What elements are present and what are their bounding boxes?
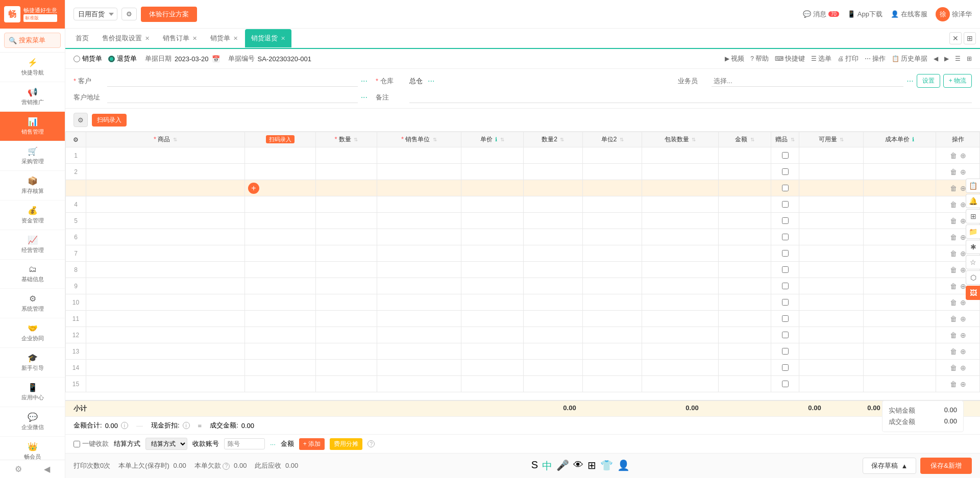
row-available-8[interactable] bbox=[799, 262, 864, 278]
copy-row-icon-11[interactable]: ⊕ bbox=[960, 315, 966, 323]
row-price-6[interactable] bbox=[461, 229, 523, 245]
tab-sales-delivery[interactable]: 销货单 ✕ bbox=[204, 29, 244, 47]
row-amount-10[interactable] bbox=[718, 294, 771, 311]
gift-checkbox-2[interactable] bbox=[782, 168, 789, 175]
search-menu-button[interactable]: 🔍 搜索菜单 bbox=[4, 33, 61, 48]
topbar-settings-btn[interactable]: ⚙ bbox=[121, 8, 137, 20]
row-qty2-2[interactable] bbox=[523, 164, 582, 180]
row-price-1[interactable] bbox=[461, 147, 523, 164]
row-unit2-2[interactable] bbox=[582, 164, 642, 180]
tabs-close-all-btn[interactable]: ✕ bbox=[949, 32, 962, 44]
row-price-15[interactable] bbox=[461, 376, 523, 392]
quick-btn-3[interactable]: ⊞ bbox=[966, 209, 980, 223]
row-price-3[interactable] bbox=[461, 180, 523, 196]
save-new-btn[interactable]: 保存&新增 bbox=[920, 458, 972, 474]
gift-checkbox-3[interactable] bbox=[782, 185, 789, 191]
one-click-payment-input[interactable] bbox=[74, 441, 80, 447]
row-available-10[interactable] bbox=[799, 294, 864, 311]
row-product-13[interactable] bbox=[86, 343, 245, 360]
row-costprice-15[interactable] bbox=[864, 376, 936, 392]
tab-home[interactable]: 首页 bbox=[69, 29, 95, 47]
row-available-3[interactable] bbox=[799, 180, 864, 196]
row-qty-1[interactable] bbox=[316, 147, 377, 164]
quick-btn-4[interactable]: 📁 bbox=[966, 224, 980, 239]
row-unit-7[interactable] bbox=[377, 245, 461, 262]
table-settings-btn[interactable]: ⚙ bbox=[74, 113, 88, 127]
row-product-2[interactable] bbox=[86, 164, 245, 180]
copy-row-icon-1[interactable]: ⊕ bbox=[960, 152, 966, 160]
row-packqty-7[interactable] bbox=[642, 245, 718, 262]
row-scan-3[interactable]: + bbox=[244, 180, 315, 196]
row-scan-12[interactable] bbox=[244, 327, 315, 343]
row-amount-7[interactable] bbox=[718, 245, 771, 262]
row-unit2-15[interactable] bbox=[582, 376, 642, 392]
copy-row-icon-12[interactable]: ⊕ bbox=[960, 331, 966, 339]
row-scan-15[interactable] bbox=[244, 376, 315, 392]
row-available-5[interactable] bbox=[799, 213, 864, 229]
row-scan-4[interactable] bbox=[244, 196, 315, 213]
sidebar-settings-btn[interactable]: ⚙ bbox=[15, 464, 22, 474]
row-gift-6[interactable] bbox=[771, 229, 799, 245]
row-gift-9[interactable] bbox=[771, 278, 799, 294]
row-gift-2[interactable] bbox=[771, 164, 799, 180]
quick-btn-1[interactable]: 📋 bbox=[966, 179, 980, 193]
sidebar-item-newbie[interactable]: 🎓 新手引导 bbox=[0, 348, 65, 378]
tabs-grid-btn[interactable]: ⊞ bbox=[964, 32, 976, 44]
row-scan-14[interactable] bbox=[244, 360, 315, 376]
row-costprice-5[interactable] bbox=[864, 213, 936, 229]
bottom-icon-6[interactable]: 👕 bbox=[600, 459, 613, 473]
split-info-icon[interactable]: ? bbox=[368, 440, 375, 447]
row-gift-3[interactable] bbox=[771, 180, 799, 196]
row-scan-13[interactable] bbox=[244, 343, 315, 360]
row-qty-11[interactable] bbox=[316, 311, 377, 327]
radio-delivery-input[interactable] bbox=[74, 56, 80, 62]
row-costprice-3[interactable] bbox=[864, 180, 936, 196]
row-qty2-9[interactable] bbox=[523, 278, 582, 294]
user-menu-btn[interactable]: 徐 徐泽华 bbox=[936, 7, 972, 21]
row-price-12[interactable] bbox=[461, 327, 523, 343]
one-click-payment-checkbox[interactable]: 一键收款 bbox=[74, 439, 109, 448]
row-price-2[interactable] bbox=[461, 164, 523, 180]
print-btn[interactable]: 🖨 打印 bbox=[838, 54, 859, 63]
row-costprice-1[interactable] bbox=[864, 147, 936, 164]
row-qty2-13[interactable] bbox=[523, 343, 582, 360]
sidebar-item-purchase[interactable]: 🛒 采购管理 bbox=[0, 141, 65, 171]
row-costprice-13[interactable] bbox=[864, 343, 936, 360]
row-unit2-3[interactable] bbox=[582, 180, 642, 196]
row-amount-1[interactable] bbox=[718, 147, 771, 164]
copy-row-icon-9[interactable]: ⊕ bbox=[960, 282, 966, 290]
row-gift-13[interactable] bbox=[771, 343, 799, 360]
row-scan-9[interactable] bbox=[244, 278, 315, 294]
row-qty2-8[interactable] bbox=[523, 262, 582, 278]
row-product-14[interactable] bbox=[86, 360, 245, 376]
radio-return-input[interactable] bbox=[108, 56, 115, 62]
tab-price-settings-close[interactable]: ✕ bbox=[145, 35, 150, 42]
row-qty2-15[interactable] bbox=[523, 376, 582, 392]
delete-row-icon-9[interactable]: 🗑 bbox=[950, 282, 957, 290]
row-qty-15[interactable] bbox=[316, 376, 377, 392]
copy-row-icon-2[interactable]: ⊕ bbox=[960, 168, 966, 176]
row-qty2-3[interactable] bbox=[523, 180, 582, 196]
row-gift-15[interactable] bbox=[771, 376, 799, 392]
delete-row-icon-6[interactable]: 🗑 bbox=[950, 233, 957, 241]
row-unit-11[interactable] bbox=[377, 311, 461, 327]
row-price-5[interactable] bbox=[461, 213, 523, 229]
prev-doc-btn[interactable]: ◀ bbox=[934, 54, 938, 63]
delete-row-icon-8[interactable]: 🗑 bbox=[950, 266, 957, 274]
save-draft-btn[interactable]: 保存草稿 ▲ bbox=[863, 458, 916, 474]
row-qty2-11[interactable] bbox=[523, 311, 582, 327]
delete-row-icon-14[interactable]: 🗑 bbox=[950, 364, 957, 372]
discount-info-icon[interactable]: i bbox=[183, 422, 190, 429]
sidebar-item-basic[interactable]: 🗂 基础信息 bbox=[0, 260, 65, 289]
bottom-icon-4[interactable]: 👁 bbox=[573, 459, 583, 473]
account-input[interactable] bbox=[224, 438, 265, 449]
row-qty-14[interactable] bbox=[316, 360, 377, 376]
delete-row-icon-15[interactable]: 🗑 bbox=[950, 380, 957, 388]
gift-checkbox-7[interactable] bbox=[782, 250, 789, 257]
row-packqty-4[interactable] bbox=[642, 196, 718, 213]
delete-row-icon-4[interactable]: 🗑 bbox=[950, 200, 957, 209]
row-price-10[interactable] bbox=[461, 294, 523, 311]
total-info-icon[interactable]: i bbox=[121, 422, 128, 429]
quick-btn-6[interactable]: ☆ bbox=[966, 255, 980, 269]
row-qty2-7[interactable] bbox=[523, 245, 582, 262]
